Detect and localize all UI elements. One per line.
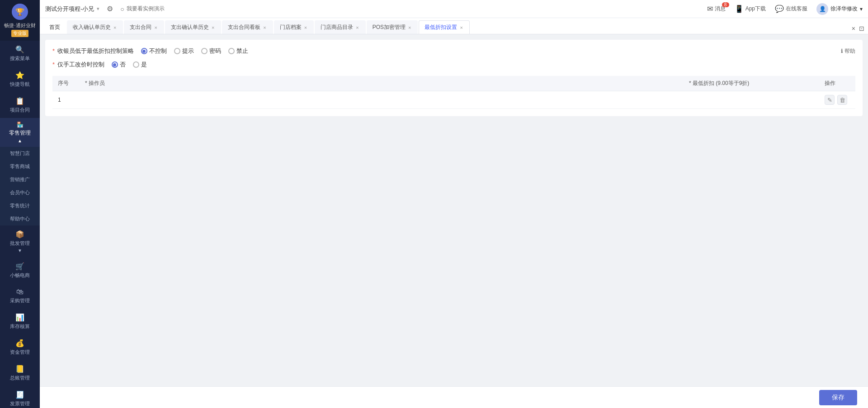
policy-radio-group: 不控制 提示 密码 禁止 [141,47,248,55]
tab-menu-action[interactable]: ⊡ [859,25,864,32]
tab-min-discount[interactable]: 最低折扣设置 × [419,20,469,34]
sidebar-item-wholesale[interactable]: 📦 批发管理 ▼ [0,225,40,258]
save-button[interactable]: 保存 [819,390,857,405]
settings-card: * 收银员低于最低折扣控制策略 不控制 提示 [45,40,863,116]
row-action-buttons: ✎ 🗑 [825,95,850,105]
cell-operator[interactable] [80,91,684,109]
tab-store-archive[interactable]: 门店档案 × [274,20,314,34]
sidebar-item-project[interactable]: 📋 项目合同 [0,92,40,118]
tab-pos-password-close[interactable]: × [407,24,412,31]
manual-yes-radio[interactable] [133,61,139,68]
ecommerce-icon: 🛒 [15,262,24,271]
policy-no-control-radio[interactable] [141,48,147,54]
invoice-icon: 🧾 [15,390,24,399]
sidebar-item-retail-stat[interactable]: 零售统计 [0,199,40,212]
service-button[interactable]: 💬 在线客服 [775,5,807,13]
sidebar-item-ledger[interactable]: 📒 总账管理 [0,360,40,386]
tab-contract[interactable]: 支出合同 × [124,20,164,34]
tab-home[interactable]: 首页 [43,20,66,34]
help-button[interactable]: ℹ 帮助 [841,47,855,55]
tab-income-history-close[interactable]: × [113,24,117,31]
sidebar-item-project-label: 项目合同 [10,107,30,113]
col-seq-header: 序号 [52,76,80,91]
topbar-gear-icon: ⚙ [107,5,113,13]
sidebar-item-ecommerce[interactable]: 🛒 小畅电商 [0,258,40,283]
tab-contract-board[interactable]: 支出合同看板 × [222,20,273,34]
policy-no-control-option[interactable]: 不控制 [141,47,167,55]
sidebar-item-invoice[interactable]: 🧾 发票管理 [0,386,40,408]
tab-income-history[interactable]: 收入确认单历史 × [67,20,123,34]
cell-seq: 1 [52,91,80,109]
tab-store-catalog-close[interactable]: × [355,24,359,31]
sidebar-item-online-store[interactable]: 零售商城 [0,160,40,173]
manual-yes-option[interactable]: 是 [133,61,147,69]
delete-row-button[interactable]: 🗑 [837,95,847,105]
tab-contract-board-close[interactable]: × [262,24,267,31]
manual-yes-label: 是 [141,61,147,69]
tab-contract-close[interactable]: × [153,24,158,31]
sidebar-item-smart-store[interactable]: 智慧门店 [0,147,40,160]
user-menu[interactable]: 👤 徐泽华修改 ▾ [816,3,863,15]
tab-pos-password[interactable]: POS加密管理 × [367,20,418,34]
sidebar-item-shortcut[interactable]: ⭐ 快捷导航 [0,66,40,92]
col-discount-header: * 最低折扣 (9.00等于9折) [684,76,819,91]
policy-password-radio[interactable] [201,48,208,54]
sidebar-item-shortcut-label: 快捷导航 [10,81,30,88]
policy-forbidden-radio[interactable] [228,48,235,54]
policy-forbidden-option[interactable]: 禁止 [228,47,248,55]
tab-payment-history[interactable]: 支出确认单历史 × [165,20,221,34]
tab-pos-password-label: POS加密管理 [373,23,406,31]
cell-action: ✎ 🗑 [819,91,855,109]
demo-link[interactable]: ○ 我要看实例演示 [120,5,164,13]
policy-password-option[interactable]: 密码 [201,47,221,55]
tab-store-archive-label: 门店档案 [280,23,302,31]
sidebar-item-retail-label: 零售管理 [9,129,31,137]
topbar-settings-button[interactable]: ⚙ [107,5,113,13]
sidebar-item-retail[interactable]: 🏪 零售管理 ▲ [0,118,40,147]
discount-table: 序号 * 操作员 * 最低折扣 (9.00等于9折) 操作 [52,76,855,109]
edition-badge: 专业版 [11,30,28,37]
sidebar-item-inventory-label: 库存核算 [10,323,30,330]
sidebar-item-purchase[interactable]: 🛍 采购管理 [0,283,40,309]
manual-no-option[interactable]: 否 [112,61,126,69]
tab-store-catalog[interactable]: 门店商品目录 × [315,20,365,34]
sidebar-item-purchase-label: 采购管理 [10,297,30,304]
sidebar-item-help[interactable]: 帮助中心 [0,212,40,225]
tab-store-archive-close[interactable]: × [303,24,308,31]
manual-label-text: 仅手工改价时控制 [57,61,104,68]
service-icon: 💬 [775,5,784,13]
edit-row-button[interactable]: ✎ [825,95,835,105]
tabbar-actions: × ⊡ [852,25,864,34]
policy-password-label: 密码 [209,47,221,55]
policy-tip-option[interactable]: 提示 [174,47,194,55]
ledger-icon: 📒 [15,365,24,373]
sidebar-item-member[interactable]: 会员中心 [0,186,40,199]
policy-no-control-label: 不控制 [149,47,167,55]
manual-required-star: * [52,61,55,68]
project-name: 测试分开项程-小兄 [45,5,94,13]
user-dropdown-icon: ▾ [860,6,863,12]
col-action-header: 操作 [819,76,855,91]
manual-no-label: 否 [120,61,126,69]
cell-discount[interactable] [684,91,819,109]
form-section: * 收银员低于最低折扣控制策略 不控制 提示 [52,47,855,69]
tab-min-discount-close[interactable]: × [459,24,463,31]
policy-tip-radio[interactable] [174,48,180,54]
sidebar-item-inventory[interactable]: 📊 库存核算 [0,309,40,334]
tab-close-action[interactable]: × [852,25,855,32]
sidebar-item-finance[interactable]: 💰 资金管理 [0,334,40,360]
sidebar-item-search[interactable]: 🔍 搜索菜单 [0,41,40,66]
app-icon: 📱 [735,5,744,13]
tab-payment-history-close[interactable]: × [211,24,215,31]
app-download-button[interactable]: 📱 App下载 [735,5,766,13]
project-selector[interactable]: 测试分开项程-小兄 ▾ [45,5,99,13]
sidebar-item-help-label: 帮助中心 [10,216,30,222]
message-button[interactable]: ✉ 消息 8 [707,5,726,13]
sidebar-item-marketing[interactable]: 营销推广 [0,173,40,186]
bottom-bar: 保存 [40,386,868,408]
inventory-icon: 📊 [15,313,24,322]
manual-no-radio[interactable] [112,61,118,68]
tab-income-history-label: 收入确认单历史 [73,23,111,31]
project-dropdown-icon: ▾ [97,6,99,12]
content-area: * 收银员低于最低折扣控制策略 不控制 提示 [40,34,868,386]
